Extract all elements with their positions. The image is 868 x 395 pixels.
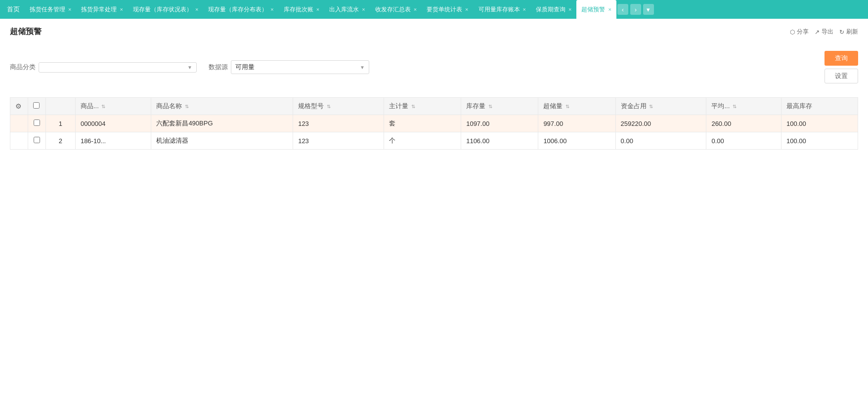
refresh-button[interactable]: ↻ 刷新 <box>839 28 858 36</box>
row-settings-cell <box>10 132 28 150</box>
row-product-code: 0000004 <box>75 115 151 132</box>
refresh-icon: ↻ <box>839 29 844 36</box>
top-nav: 首页 拣货任务管理 × 拣货异常处理 × 现存量（库存状况表） × 现存量（库存… <box>0 0 868 19</box>
row-over-qty: 997.00 <box>538 115 615 132</box>
share-button[interactable]: ⬡ 分享 <box>790 28 809 36</box>
page-content: 超储预警 ⬡ 分享 ↗ 导出 ↻ 刷新 商品分类 ▼ 数据源 <box>0 19 868 395</box>
row-product-name: 六配套新昌490BPG <box>151 115 293 132</box>
nav-tab-receive-send[interactable]: 收发存汇总表 × <box>370 0 422 19</box>
sort-icon: ⇅ <box>488 104 492 109</box>
gear-icon[interactable]: ⚙ <box>15 102 22 110</box>
nav-tab-order-stats[interactable]: 要货单统计表 × <box>422 0 473 19</box>
row-check-cell[interactable] <box>28 132 46 150</box>
filter-bar: 商品分类 ▼ 数据源 可用量 ▼ 查询 设置 <box>10 45 858 89</box>
row-unit: 套 <box>384 115 461 132</box>
page-title: 超储预警 <box>10 27 42 37</box>
row-check-cell[interactable] <box>28 115 46 132</box>
nav-tab-abnormal[interactable]: 拣货异常处理 × <box>76 0 128 19</box>
row-product-code: 186-10... <box>75 132 151 150</box>
th-check <box>28 98 46 115</box>
export-icon: ↗ <box>815 29 820 36</box>
filter-buttons: 查询 设置 <box>825 51 858 83</box>
th-stock-qty[interactable]: 库存量 ⇅ <box>461 98 538 115</box>
row-settings-cell <box>10 115 28 132</box>
nav-tab-batch-ledger[interactable]: 库存批次账 × <box>279 0 324 19</box>
th-product-code[interactable]: 商品... ⇅ <box>75 98 151 115</box>
row-avg: 260.00 <box>706 115 781 132</box>
category-filter: 商品分类 ▼ <box>10 62 197 73</box>
close-icon[interactable]: × <box>270 6 273 12</box>
close-icon[interactable]: × <box>568 6 571 12</box>
close-icon[interactable]: × <box>465 6 468 12</box>
query-button[interactable]: 查询 <box>825 51 858 66</box>
row-stock-qty: 1097.00 <box>461 115 538 132</box>
close-icon[interactable]: × <box>362 6 365 12</box>
sort-icon: ⇅ <box>101 104 105 109</box>
nav-tab-task-mgmt[interactable]: 拣货任务管理 × <box>25 0 76 19</box>
nav-tab-over-storage[interactable]: 超储预警 × <box>576 0 616 19</box>
datasource-value: 可用量 <box>235 63 255 72</box>
nav-tab-available-ledger[interactable]: 可用量库存账本 × <box>474 0 531 19</box>
datasource-filter: 数据源 可用量 ▼ <box>209 60 369 74</box>
close-icon[interactable]: × <box>523 6 526 12</box>
sort-icon: ⇅ <box>185 104 189 109</box>
th-max-stock[interactable]: 最高库存 <box>781 98 858 115</box>
nav-prev-arrow[interactable]: ‹ <box>617 4 628 15</box>
th-avg[interactable]: 平均... ⇅ <box>706 98 781 115</box>
select-all-checkbox[interactable] <box>33 102 40 109</box>
close-icon[interactable]: × <box>316 6 319 12</box>
table-row: 1 0000004 六配套新昌490BPG 123 套 1097.00 997.… <box>10 115 858 132</box>
row-index: 2 <box>46 132 76 150</box>
close-icon[interactable]: × <box>68 6 71 12</box>
th-product-name[interactable]: 商品名称 ⇅ <box>151 98 293 115</box>
row-product-name: 机油滤清器 <box>151 132 293 150</box>
row-max-stock: 100.00 <box>781 115 858 132</box>
data-table: ⚙ 商品... ⇅ 商品名称 ⇅ 规格型号 ⇅ <box>10 97 858 150</box>
close-icon[interactable]: × <box>608 6 611 12</box>
th-spec[interactable]: 规格型号 ⇅ <box>293 98 384 115</box>
nav-next-arrow[interactable]: › <box>630 4 641 15</box>
row-capital-occ: 0.00 <box>615 132 706 150</box>
row-spec: 123 <box>293 115 384 132</box>
th-settings[interactable]: ⚙ <box>10 98 28 115</box>
sort-icon: ⇅ <box>327 104 331 109</box>
close-icon[interactable]: × <box>120 6 123 12</box>
row-max-stock: 100.00 <box>781 132 858 150</box>
row-checkbox[interactable] <box>34 119 40 126</box>
row-unit: 个 <box>384 132 461 150</box>
sort-icon: ⇅ <box>565 104 569 109</box>
th-capital-occ[interactable]: 资金占用 ⇅ <box>615 98 706 115</box>
datasource-label: 数据源 <box>209 63 228 72</box>
export-button[interactable]: ↗ 导出 <box>815 28 833 36</box>
settings-button[interactable]: 设置 <box>825 69 858 83</box>
share-icon: ⬡ <box>790 29 795 36</box>
category-select[interactable]: ▼ <box>39 62 197 73</box>
nav-tab-inventory-status[interactable]: 现存量（库存状况表） × <box>128 0 203 19</box>
th-unit[interactable]: 主计量 ⇅ <box>384 98 461 115</box>
row-checkbox[interactable] <box>34 137 40 143</box>
datasource-select[interactable]: 可用量 ▼ <box>231 60 369 74</box>
page-header: 超储预警 ⬡ 分享 ↗ 导出 ↻ 刷新 <box>10 27 858 37</box>
nav-tab-quality-check[interactable]: 保质期查询 × <box>531 0 576 19</box>
nav-more-arrow[interactable]: ▾ <box>643 4 654 15</box>
row-stock-qty: 1106.00 <box>461 132 538 150</box>
row-over-qty: 1006.00 <box>538 132 615 150</box>
table-row: 2 186-10... 机油滤清器 123 个 1106.00 1006.00 … <box>10 132 858 150</box>
chevron-down-icon: ▼ <box>360 65 365 70</box>
row-spec: 123 <box>293 132 384 150</box>
th-over-qty[interactable]: 超储量 ⇅ <box>538 98 615 115</box>
nav-tab-inventory-dist[interactable]: 现存量（库存分布表） × <box>203 0 278 19</box>
row-avg: 0.00 <box>706 132 781 150</box>
nav-home[interactable]: 首页 <box>2 5 25 14</box>
close-icon[interactable]: × <box>414 6 417 12</box>
sort-icon: ⇅ <box>411 104 415 109</box>
nav-tab-in-out-flow[interactable]: 出入库流水 × <box>324 0 370 19</box>
close-icon[interactable]: × <box>195 6 198 12</box>
category-label: 商品分类 <box>10 63 36 72</box>
table-header-row: ⚙ 商品... ⇅ 商品名称 ⇅ 规格型号 ⇅ <box>10 98 858 115</box>
row-index: 1 <box>46 115 76 132</box>
sort-icon: ⇅ <box>733 104 737 109</box>
sort-icon: ⇅ <box>649 104 653 109</box>
th-index <box>46 98 76 115</box>
row-capital-occ: 259220.00 <box>615 115 706 132</box>
